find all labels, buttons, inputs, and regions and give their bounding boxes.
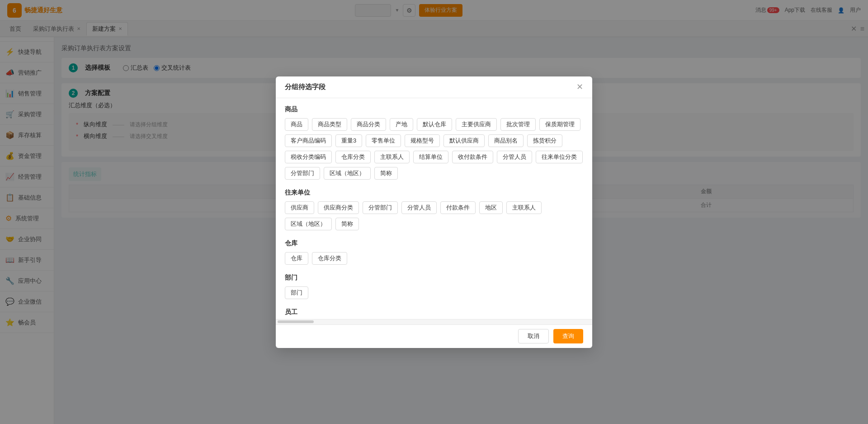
chip-weight3[interactable]: 重量3	[335, 134, 362, 147]
group-warehouse-title: 仓库	[285, 239, 583, 248]
warehouse-chips: 仓库 仓库分类	[285, 252, 583, 265]
chip-product-alias[interactable]: 商品别名	[488, 134, 524, 147]
chip-short-name-2[interactable]: 简称	[335, 218, 359, 230]
group-dept-title: 部门	[285, 274, 583, 282]
group-partner-title: 往来单位	[285, 189, 583, 197]
chip-product[interactable]: 商品	[285, 118, 308, 131]
modal-close-button[interactable]: ✕	[576, 82, 583, 92]
modal-horizontal-scrollbar[interactable]	[276, 319, 592, 324]
chip-customer-code[interactable]: 客户商品编码	[285, 134, 332, 147]
chip-dept-managed-2[interactable]: 分管部门	[363, 201, 398, 214]
dept-chips: 部门	[285, 286, 583, 299]
group-product-title: 商品	[285, 105, 583, 114]
chip-product-type[interactable]: 商品类型	[312, 118, 347, 131]
product-chips: 商品 商品类型 商品分类 产地 默认仓库 主要供应商 批次管理 保质期管理 客户…	[285, 118, 583, 180]
partner-chips: 供应商 供应商分类 分管部门 分管人员 付款条件 地区 主联系人 区域（地区） …	[285, 201, 583, 230]
field-selection-modal: 分组待选字段 ✕ 商品 商品 商品类型 商品分类 产地 默认仓库 主要供应商 批…	[276, 76, 592, 348]
chip-main-contact-2[interactable]: 主联系人	[506, 201, 542, 214]
chip-default-supplier[interactable]: 默认供应商	[443, 134, 485, 147]
modal-title: 分组待选字段	[285, 83, 326, 91]
chip-warehouse-category-2[interactable]: 仓库分类	[312, 252, 347, 265]
cancel-button[interactable]: 取消	[518, 329, 549, 343]
chip-department[interactable]: 部门	[285, 286, 308, 299]
chip-contact-category[interactable]: 往来单位分类	[536, 151, 583, 163]
chip-main-supplier[interactable]: 主要供应商	[456, 118, 497, 131]
field-group-department: 部门 部门	[285, 274, 583, 299]
confirm-button[interactable]: 查询	[553, 329, 583, 343]
chip-tax-code[interactable]: 税收分类编码	[285, 151, 332, 163]
chip-batch-management[interactable]: 批次管理	[500, 118, 536, 131]
field-group-warehouse: 仓库 仓库 仓库分类	[285, 239, 583, 265]
scrollbar-thumb	[278, 320, 314, 323]
chip-origin[interactable]: 产地	[390, 118, 413, 131]
chip-region[interactable]: 区域（地区）	[324, 167, 371, 180]
chip-supplier-category[interactable]: 供应商分类	[318, 201, 359, 214]
field-group-partner: 往来单位 供应商 供应商分类 分管部门 分管人员 付款条件 地区 主联系人 区域…	[285, 189, 583, 230]
chip-payment-terms[interactable]: 收付款条件	[452, 151, 493, 163]
chip-warehouse-category[interactable]: 仓库分类	[335, 151, 371, 163]
chip-retail-unit[interactable]: 零售单位	[366, 134, 401, 147]
chip-dept-managed[interactable]: 分管部门	[285, 167, 320, 180]
chip-manager[interactable]: 分管人员	[497, 151, 532, 163]
modal-header: 分组待选字段 ✕	[276, 76, 592, 98]
chip-manager-2[interactable]: 分管人员	[401, 201, 437, 214]
modal-body: 商品 商品 商品类型 商品分类 产地 默认仓库 主要供应商 批次管理 保质期管理…	[276, 98, 592, 319]
chip-default-warehouse[interactable]: 默认仓库	[417, 118, 452, 131]
field-group-product: 商品 商品 商品类型 商品分类 产地 默认仓库 主要供应商 批次管理 保质期管理…	[285, 105, 583, 180]
field-group-employee: 员工 业务员	[285, 308, 583, 319]
group-employee-title: 员工	[285, 308, 583, 316]
chip-main-contact[interactable]: 主联系人	[374, 151, 410, 163]
modal-footer: 取消 查询	[276, 324, 592, 348]
chip-spec-model[interactable]: 规格型号	[405, 134, 440, 147]
chip-product-category[interactable]: 商品分类	[351, 118, 386, 131]
chip-region-2[interactable]: 区域（地区）	[285, 218, 332, 230]
chip-area[interactable]: 地区	[479, 201, 503, 214]
chip-shelf-life[interactable]: 保质期管理	[539, 118, 580, 131]
chip-supplier[interactable]: 供应商	[285, 201, 314, 214]
chip-short-name[interactable]: 简称	[374, 167, 398, 180]
chip-pick-points[interactable]: 拣货积分	[527, 134, 562, 147]
chip-warehouse[interactable]: 仓库	[285, 252, 308, 265]
chip-settlement-unit[interactable]: 结算单位	[413, 151, 448, 163]
chip-payment-cond[interactable]: 付款条件	[440, 201, 476, 214]
